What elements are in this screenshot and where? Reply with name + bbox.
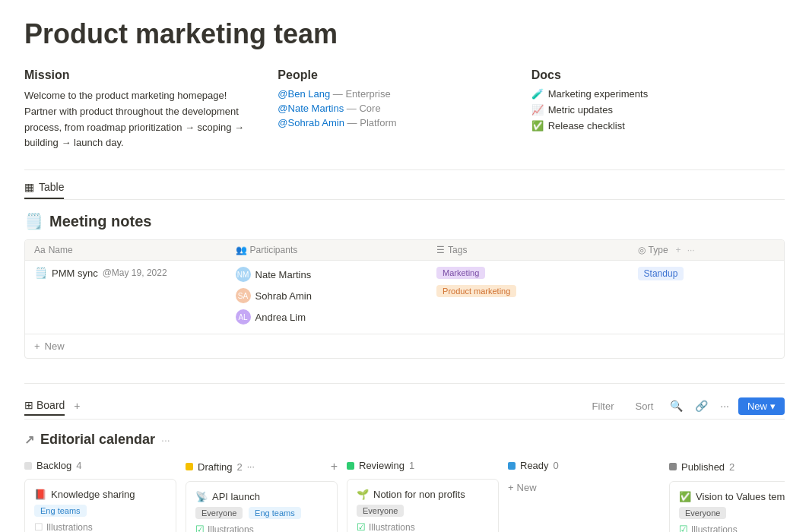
new-btn[interactable]: New ▾ [738, 397, 785, 415]
col-header-published: Published 2 + [669, 460, 785, 473]
people-item: @Sohrab Amin — Platform [278, 117, 506, 128]
card-check-ks: ☐ Illustrations [34, 521, 167, 532]
more-col-icon[interactable]: ··· [687, 245, 695, 255]
kanban-col-drafting: Drafting 2 ··· + 📡 API launch Everyone E… [186, 460, 338, 532]
col-header-reviewing: Reviewing 1 [347, 460, 499, 471]
people-item: @Nate Martins — Core [278, 103, 506, 114]
sort-btn[interactable]: Sort [627, 397, 661, 415]
card-check-api: ☑ Illustrations [195, 524, 328, 532]
arrow-icon: ↗ [24, 432, 34, 447]
people-item: @Ben Lang — Enterprise [278, 88, 506, 100]
docs-icon-0: 🧪 [531, 88, 544, 100]
card-title-api: 📡 API launch [195, 491, 328, 502]
mission-title: Mission [24, 68, 253, 82]
card-vision-values[interactable]: ✅ Vision to Values template Everyone ☑ I… [669, 481, 785, 532]
col-more-drafting[interactable]: ··· [247, 461, 255, 472]
docs-item-0: 🧪 Marketing experiments [531, 88, 760, 100]
board-tab-left: ⊞ Board + [24, 396, 84, 416]
kanban-col-reviewing: Reviewing 1 🌱 Notion for non profits Eve… [347, 460, 499, 532]
add-row[interactable]: + New [25, 334, 784, 358]
board-tab-bar: ⊞ Board + Filter Sort 🔍 🔗 ··· New ▾ [24, 396, 785, 420]
docs-icon-1: 📈 [531, 104, 544, 116]
card-check-vv: ☑ Illustrations [679, 524, 785, 532]
col-count-published: 2 [729, 461, 734, 473]
table-header: Aa Name 👥 Participants ☰ Tags ◎ Type + ·… [25, 240, 784, 261]
docs-item-2: ✅ Release checklist [531, 120, 760, 131]
participant-1: SA Sohrab Amin [236, 288, 312, 303]
board-title: ↗ Editorial calendar ··· [24, 432, 785, 448]
people-mention-1[interactable]: @Nate Martins [278, 103, 344, 114]
board-section: ⊞ Board + Filter Sort 🔍 🔗 ··· New ▾ ↗ Ed… [24, 396, 785, 532]
col-label-drafting: Drafting [198, 461, 233, 473]
mission-col: Mission Welcome to the product marketing… [24, 68, 278, 151]
page-title: Product marketing team [24, 18, 785, 50]
people-mention-0[interactable]: @Ben Lang [278, 88, 330, 100]
search-icon-btn[interactable]: 🔍 [667, 397, 686, 415]
tab-table[interactable]: ▦ Table [24, 176, 64, 199]
card-notion-nonprofits[interactable]: 🌱 Notion for non profits Everyone ☑ Illu… [347, 479, 499, 532]
kanban-col-backlog: Backlog 4 📕 Knowledge sharing Eng teams … [24, 460, 176, 532]
tag-marketing: Marketing [436, 267, 485, 279]
participant-name-0: Nate Martins [255, 269, 312, 280]
add-view-btn[interactable]: + [71, 397, 83, 415]
col-label-ready: Ready [520, 460, 549, 471]
add-col-icon[interactable]: + [676, 245, 681, 255]
people-mention-2[interactable]: @Sohrab Amin [278, 117, 344, 128]
kanban-col-ready: Ready 0 + New [508, 460, 660, 532]
status-dot-drafting [186, 463, 193, 470]
meeting-notes-emoji: 🗒️ [24, 212, 43, 230]
kanban-board: Backlog 4 📕 Knowledge sharing Eng teams … [24, 460, 785, 532]
filter-btn[interactable]: Filter [585, 397, 622, 415]
people-title: People [278, 68, 506, 82]
check-icon-vv: ☑ [679, 524, 688, 532]
col-header-name: Aa Name [25, 240, 227, 260]
add-card-ready[interactable]: + New [508, 479, 660, 496]
col-count-drafting: 2 [237, 461, 243, 473]
col-add-drafting[interactable]: + [331, 460, 338, 473]
card-check-label-vv: Illustrations [691, 524, 738, 532]
check-icon-api: ☑ [195, 524, 205, 532]
section-divider-2 [24, 383, 785, 384]
status-dot-ready [508, 462, 516, 470]
avatar-nate: NM [236, 267, 251, 282]
cell-type: Standup [629, 261, 784, 287]
status-dot-published [669, 463, 677, 470]
cell-name[interactable]: 🗒️ PMM sync @May 19, 2022 [25, 261, 227, 285]
check-icon-nnp: ☑ [357, 521, 366, 532]
status-dot-backlog [24, 462, 32, 470]
docs-icon-2: ✅ [531, 120, 544, 131]
new-btn-label: New [747, 401, 767, 412]
card-knowledge-sharing[interactable]: 📕 Knowledge sharing Eng teams ☐ Illustra… [24, 479, 176, 532]
board-title-more[interactable]: ··· [161, 434, 170, 446]
add-card-label-ready: New [517, 482, 537, 493]
col-header-backlog: Backlog 4 [24, 460, 176, 471]
tab-board[interactable]: ⊞ Board [24, 396, 65, 416]
docs-col: Docs 🧪 Marketing experiments 📈 Metric up… [531, 68, 785, 151]
chevron-down-icon: ▾ [770, 401, 776, 412]
board-tab-right: Filter Sort 🔍 🔗 ··· New ▾ [585, 397, 785, 415]
divider-1 [24, 169, 785, 170]
table-tab-bar: ▦ Table [24, 176, 785, 200]
col-count-backlog: 4 [76, 460, 81, 471]
card-api-launch[interactable]: 📡 API launch Everyone Eng teams ☑ Illust… [186, 481, 338, 532]
col-header-type: ◎ Type + ··· [629, 240, 784, 260]
docs-link-2[interactable]: Release checklist [548, 120, 625, 131]
docs-title: Docs [531, 68, 760, 82]
docs-link-1[interactable]: Metric updates [548, 104, 613, 116]
people-role-1: — Core [347, 103, 381, 114]
card-check-label-nnp: Illustrations [369, 522, 415, 532]
card-title-nnp: 🌱 Notion for non profits [357, 489, 489, 500]
link-icon-btn[interactable]: 🔗 [692, 397, 711, 415]
col-header-drafting: Drafting 2 ··· + [186, 460, 338, 473]
row-title[interactable]: PMM sync [52, 268, 98, 279]
tags-icon: ☰ [436, 245, 445, 255]
avatar-sohrab: SA [236, 288, 251, 303]
docs-link-0[interactable]: Marketing experiments [548, 88, 649, 100]
more-options-btn[interactable]: ··· [717, 397, 732, 415]
avatar-andrea: AL [236, 309, 251, 325]
people-role-2: — Platform [347, 117, 397, 128]
type-icon: ◎ [638, 245, 646, 255]
meeting-notes-section: 🗒️ Meeting notes Aa Name 👥 Participants … [24, 212, 785, 359]
col-header-participants: 👥 Participants [227, 240, 428, 260]
col-header-tags: ☰ Tags [427, 240, 629, 260]
